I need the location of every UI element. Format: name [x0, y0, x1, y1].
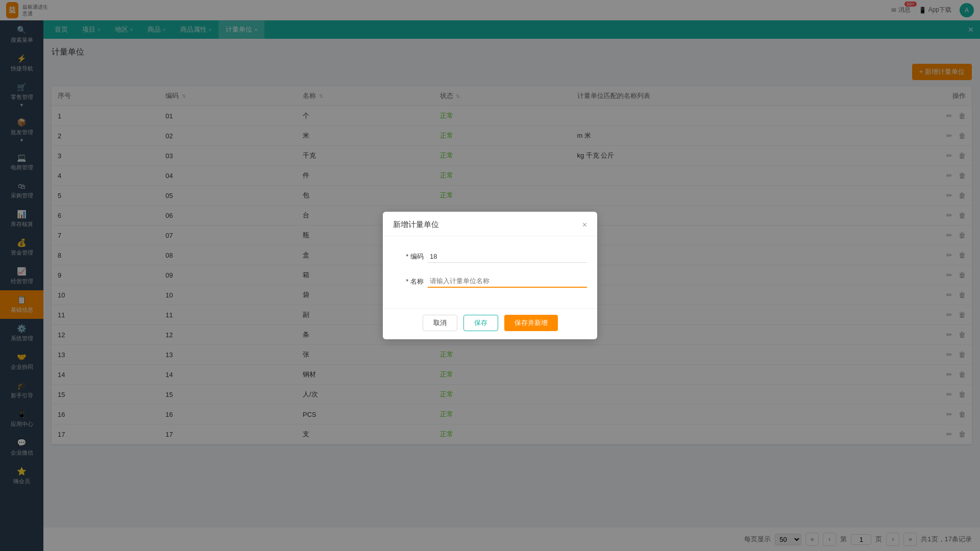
save-new-button[interactable]: 保存并新增: [504, 315, 558, 331]
modal-overlay[interactable]: 新增计量单位 × * 编码 * 名称 取消 保存 保存并新增: [0, 0, 980, 551]
name-input[interactable]: [428, 275, 587, 288]
modal-header: 新增计量单位 ×: [383, 212, 597, 236]
save-button[interactable]: 保存: [463, 315, 498, 331]
modal-title: 新增计量单位: [393, 220, 439, 230]
modal-close-btn[interactable]: ×: [582, 221, 587, 229]
cancel-button[interactable]: 取消: [423, 315, 457, 331]
code-label: * 编码: [393, 252, 424, 261]
modal-footer: 取消 保存 保存并新增: [383, 308, 597, 339]
name-label: * 名称: [393, 277, 424, 286]
form-item-name: * 名称: [393, 275, 587, 288]
modal-body: * 编码 * 名称: [383, 236, 597, 308]
modal: 新增计量单位 × * 编码 * 名称 取消 保存 保存并新增: [383, 212, 597, 339]
form-item-code: * 编码: [393, 251, 587, 263]
code-input[interactable]: [428, 251, 587, 263]
